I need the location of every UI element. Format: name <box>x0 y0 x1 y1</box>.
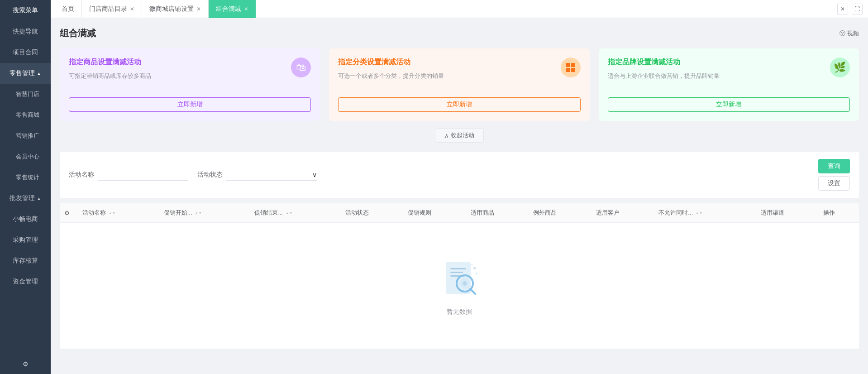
data-table: ⚙ 活动名称 ▲▼ 促销开始... ▲▼ 促销结束... ▲▼ <box>60 203 859 349</box>
page-header: 组合满减 ⓥ 视频 <box>60 27 859 39</box>
page-title: 组合满减 <box>60 27 96 39</box>
svg-rect-2 <box>566 68 570 72</box>
card-brand-title: 指定品牌设置满减活动 <box>608 58 850 67</box>
empty-illustration <box>437 255 482 301</box>
svg-rect-1 <box>571 63 575 67</box>
sidebar-item-finance[interactable]: 资金管理 <box>0 271 51 292</box>
tab-combo-discount[interactable]: 组合满减 ✕ <box>209 0 256 18</box>
tab-home-label: 首页 <box>62 5 74 13</box>
table-col-applicable-customer: 适用客户 <box>591 203 654 223</box>
fullscreen-button[interactable]: ⛶ <box>852 4 863 14</box>
video-link[interactable]: ⓥ 视频 <box>839 29 859 38</box>
sidebar-item-label: 资金管理 <box>13 278 38 286</box>
table-col-promo-rule: 促销规则 <box>403 203 466 223</box>
query-button[interactable]: 查询 <box>818 159 850 173</box>
sidebar-item-quick-nav[interactable]: 快捷导航 <box>0 21 51 42</box>
main-area: 首页 门店商品目录 ✕ 微商城店铺设置 ✕ 组合满减 ✕ ✕ ⛶ 组合满减 ⓥ … <box>51 0 868 374</box>
tab-combo-discount-close[interactable]: ✕ <box>244 6 248 12</box>
sidebar-item-label: 采购管理 <box>13 236 38 244</box>
sidebar-search[interactable]: 搜索菜单 <box>0 0 51 21</box>
play-circle-icon: ⓥ <box>839 29 845 38</box>
collapse-activity-button[interactable]: ∧ 收起活动 <box>435 128 484 143</box>
sort-arrows-not-allow[interactable]: ▲▼ <box>696 211 703 215</box>
chevron-down-icon: ∨ <box>312 171 317 178</box>
table-col-applicable-goods: 适用商品 <box>466 203 529 223</box>
sidebar-item-smart-store[interactable]: 智慧门店 <box>0 84 51 105</box>
page-content: 组合满减 ⓥ 视频 🛍 指定商品设置满减活动 可指定滞销商品或库存较多商品 立即… <box>51 18 868 374</box>
sidebar-item-label: 智慧门店 <box>16 90 39 98</box>
tab-store-catalog[interactable]: 门店商品目录 ✕ <box>82 0 142 18</box>
table-col-activity-status: 活动状态 <box>341 203 403 223</box>
card-category-add-button[interactable]: 立即新增 <box>338 97 580 112</box>
empty-text: 暂无数据 <box>64 308 854 316</box>
activity-cards: 🛍 指定商品设置满减活动 可指定滞销商品或库存较多商品 立即新增 指定分类设置满… <box>60 48 859 121</box>
filter-actions: 查询 设置 <box>818 159 850 191</box>
sidebar-item-purchase-mgmt[interactable]: 采购管理 <box>0 230 51 250</box>
filter-status-label: 活动状态 <box>197 171 223 179</box>
sidebar-item-label: 零售统计 <box>16 173 39 182</box>
svg-rect-5 <box>450 268 466 269</box>
empty-state-row: 暂无数据 <box>60 223 859 349</box>
sidebar-item-label: 小畅电商 <box>13 215 38 223</box>
activity-card-product: 🛍 指定商品设置满减活动 可指定滞销商品或库存较多商品 立即新增 <box>60 48 320 121</box>
sidebar-item-inventory[interactable]: 库存核算 <box>0 250 51 271</box>
sidebar-item-retail-mall[interactable]: 零售商城 <box>0 105 51 125</box>
sidebar-item-member-center[interactable]: 会员中心 <box>0 146 51 167</box>
card-product-add-button[interactable]: 立即新增 <box>69 97 311 112</box>
svg-point-14 <box>471 264 473 265</box>
sidebar-item-label: 项目合同 <box>13 48 38 57</box>
svg-rect-3 <box>571 68 575 72</box>
card-category-icon <box>561 58 581 77</box>
sidebar-item-wholesale-mgmt[interactable]: 批发管理 ▲ <box>0 188 51 209</box>
gear-icon[interactable]: ⚙ <box>64 210 70 216</box>
card-brand-icon: 🌿 <box>830 58 850 77</box>
card-product-title: 指定商品设置满减活动 <box>69 58 311 67</box>
empty-state: 暂无数据 <box>64 228 854 343</box>
sidebar-item-retail-mgmt[interactable]: 零售管理 ▲ <box>0 63 51 84</box>
data-table-container: ⚙ 活动名称 ▲▼ 促销开始... ▲▼ 促销结束... ▲▼ <box>60 203 859 349</box>
activity-status-select[interactable]: ∨ <box>226 169 317 181</box>
sidebar: 搜索菜单 快捷导航 项目合同 零售管理 ▲ 智慧门店 零售商城 营销推广 会员中… <box>0 0 51 374</box>
tab-store-catalog-close[interactable]: ✕ <box>130 6 134 12</box>
svg-point-12 <box>473 267 476 269</box>
sort-arrows-activity-name[interactable]: ▲▼ <box>109 211 116 215</box>
table-header: ⚙ 活动名称 ▲▼ 促销开始... ▲▼ 促销结束... ▲▼ <box>60 203 859 223</box>
gear-icon: ⚙ <box>23 360 29 368</box>
tab-home[interactable]: 首页 <box>54 0 82 18</box>
activity-name-input[interactable] <box>98 169 188 181</box>
tab-wechat-store-close[interactable]: ✕ <box>196 6 201 12</box>
table-col-promo-start: 促销开始... ▲▼ <box>159 203 250 223</box>
sort-arrows-promo-start[interactable]: ▲▼ <box>195 211 202 215</box>
activity-card-brand: 🌿 指定品牌设置满减活动 适合与上游企业联合做营销，提升品牌销量 立即新增 <box>599 48 859 121</box>
table-col-applicable-channel: 适用渠道 <box>756 203 819 223</box>
table-col-not-allow-simultaneous: 不允许同时... ▲▼ <box>654 203 756 223</box>
card-category-title: 指定分类设置满减活动 <box>338 58 580 67</box>
sidebar-item-label: 会员中心 <box>16 153 39 161</box>
sidebar-item-xiaochang[interactable]: 小畅电商 <box>0 209 51 230</box>
close-window-button[interactable]: ✕ <box>837 4 848 14</box>
table-col-promo-end: 促销结束... ▲▼ <box>250 203 341 223</box>
tab-wechat-store[interactable]: 微商城店铺设置 ✕ <box>142 0 209 18</box>
chevron-up-icon: ▲ <box>37 71 41 76</box>
collapse-label: 收起活动 <box>451 131 474 139</box>
video-link-label: 视频 <box>847 29 859 38</box>
tab-bar: 首页 门店商品目录 ✕ 微商城店铺设置 ✕ 组合满减 ✕ ✕ ⛶ <box>51 0 868 18</box>
sidebar-item-marketing[interactable]: 营销推广 <box>0 125 51 146</box>
table-col-operation: 操作 <box>819 203 859 223</box>
sidebar-item-label: 零售管理 <box>10 69 35 77</box>
sidebar-item-label: 营销推广 <box>16 132 39 140</box>
filter-name-item: 活动名称 <box>69 169 188 181</box>
tab-wechat-store-label: 微商城店铺设置 <box>149 5 194 13</box>
tab-controls: ✕ ⛶ <box>837 4 864 14</box>
sidebar-item-label: 批发管理 <box>10 194 35 202</box>
table-body: 暂无数据 <box>60 223 859 349</box>
card-product-desc: 可指定滞销商品或库存较多商品 <box>69 72 311 90</box>
sidebar-item-label: 零售商城 <box>16 111 39 119</box>
card-product-icon: 🛍 <box>291 58 311 77</box>
settings-icon-btn[interactable]: ⚙ <box>0 354 51 374</box>
sort-arrows-promo-end[interactable]: ▲▼ <box>286 211 293 215</box>
card-brand-add-button[interactable]: 立即新增 <box>608 97 850 112</box>
sidebar-item-retail-stats[interactable]: 零售统计 <box>0 167 51 188</box>
sidebar-item-project-contract[interactable]: 项目合同 <box>0 42 51 63</box>
settings-button[interactable]: 设置 <box>818 176 850 191</box>
